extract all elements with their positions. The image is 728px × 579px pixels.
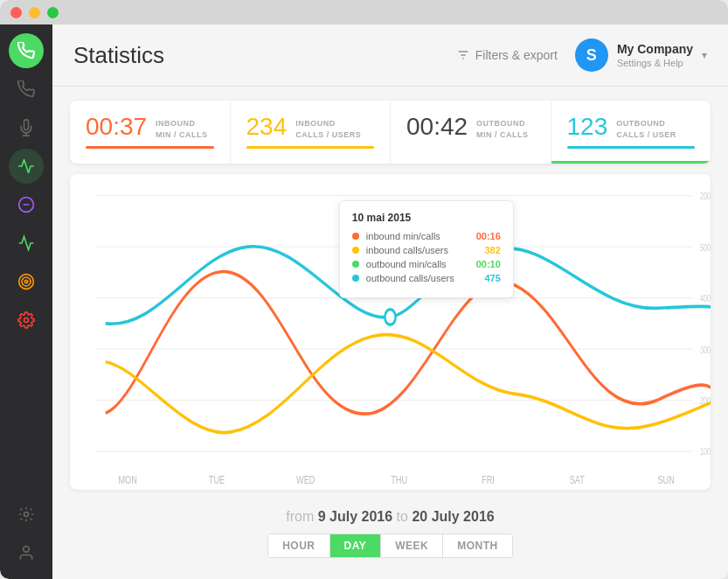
date-range-end: 20 July 2016: [412, 509, 494, 524]
svg-text:WED: WED: [296, 473, 315, 485]
stat-underline-orange: [86, 146, 214, 149]
tooltip-val-3: 00:10: [476, 259, 501, 269]
sidebar-bottom: [9, 497, 44, 570]
tab-week[interactable]: WEEK: [381, 534, 443, 557]
avatar: S: [575, 38, 608, 72]
sidebar-icon-integration[interactable]: [9, 497, 44, 532]
chevron-down-icon: ▾: [702, 49, 707, 61]
stat-card-outbound-min[interactable]: 00:42 OUTBOUNDMIN / CALLS: [391, 101, 551, 164]
page-title: Statistics: [73, 42, 456, 69]
svg-text:TUE: TUE: [209, 473, 225, 485]
svg-text:200: 200: [700, 192, 711, 202]
stat-label-inbound-calls: INBOUNDCALLS / USERS: [295, 113, 361, 140]
svg-text:THU: THU: [391, 473, 407, 485]
tab-month[interactable]: MONTH: [443, 534, 512, 557]
tooltip-label-4: outbound calls/users: [366, 273, 478, 283]
svg-text:SAT: SAT: [570, 473, 585, 485]
date-range: from 9 July 2016 to 20 July 2016: [286, 509, 494, 525]
sidebar-icon-settings[interactable]: [9, 303, 44, 338]
svg-text:400: 400: [700, 294, 711, 304]
tooltip-label-1: inbound min/calls: [366, 231, 469, 241]
company-badge[interactable]: S My Company Settings & Help ▾: [575, 38, 707, 72]
tooltip-date: 10 mai 2015: [352, 212, 501, 224]
tooltip-dot-yellow: [352, 247, 359, 254]
stat-label-inbound-min: INBOUNDMIN / CALLS: [156, 113, 208, 140]
minimize-button[interactable]: [29, 7, 40, 18]
header: Statistics Filters & export S My Company…: [52, 24, 728, 87]
svg-point-5: [22, 277, 31, 286]
tooltip-val-1: 00:16: [476, 231, 501, 241]
sidebar-icon-mic[interactable]: [9, 110, 44, 145]
filters-label: Filters & export: [475, 48, 558, 62]
svg-text:300: 300: [700, 345, 711, 355]
stat-value-outbound-calls: 123: [567, 113, 608, 141]
sidebar: [0, 24, 52, 579]
svg-point-7: [24, 318, 29, 323]
svg-point-4: [19, 275, 34, 290]
sidebar-icon-chart[interactable]: [9, 149, 44, 184]
stat-value-outbound-min: 00:42: [406, 113, 468, 141]
titlebar: [0, 0, 728, 24]
svg-text:500: 500: [700, 242, 711, 253]
stat-value-inbound-min: 00:37: [86, 113, 147, 141]
stat-card-inbound-calls[interactable]: 234 INBOUNDCALLS / USERS: [231, 101, 392, 164]
main-content: Statistics Filters & export S My Company…: [52, 24, 728, 579]
tooltip-row-4: outbound calls/users 475: [352, 273, 501, 283]
bottom-section: from 9 July 2016 to 20 July 2016 HOUR DA…: [70, 500, 711, 570]
sidebar-icon-activity[interactable]: [9, 226, 44, 261]
tooltip-dot-green: [352, 261, 359, 268]
stat-card-inbound-min[interactable]: 00:37 INBOUNDMIN / CALLS: [70, 101, 231, 164]
svg-point-8: [24, 513, 29, 517]
svg-point-9: [24, 547, 30, 553]
tooltip-dot-cyan-tt: [352, 275, 359, 282]
svg-point-6: [24, 280, 27, 283]
date-range-prefix: from: [286, 509, 317, 524]
app-window: Statistics Filters & export S My Company…: [0, 0, 728, 579]
tooltip-label-2: inbound calls/users: [366, 245, 478, 255]
app-body: Statistics Filters & export S My Company…: [0, 24, 728, 579]
tab-day[interactable]: DAY: [330, 534, 382, 557]
sidebar-icon-phone[interactable]: [9, 33, 44, 68]
svg-text:100: 100: [700, 447, 711, 457]
stat-value-inbound-calls: 234: [246, 113, 288, 141]
svg-text:SUN: SUN: [657, 473, 674, 485]
tooltip-row-3: outbound min/calls 00:10: [352, 259, 501, 269]
svg-text:MON: MON: [118, 473, 136, 485]
stat-label-outbound-calls: OUTBOUNDCALLS / USER: [616, 113, 676, 140]
company-sub: Settings & Help: [617, 57, 693, 69]
chart-tooltip: 10 mai 2015 inbound min/calls 00:16 inbo…: [339, 200, 514, 298]
period-tabs: HOUR DAY WEEK MONTH: [267, 534, 513, 558]
tooltip-row-2: inbound calls/users 382: [352, 245, 501, 255]
sidebar-icon-phone2[interactable]: [9, 72, 44, 107]
sidebar-icon-user[interactable]: [9, 535, 44, 570]
stats-area: 00:37 INBOUNDMIN / CALLS 234 INBOUNDCALL…: [52, 87, 728, 579]
avatar-letter: S: [586, 46, 597, 65]
tooltip-row-1: inbound min/calls 00:16: [352, 231, 501, 241]
company-name: My Company: [617, 41, 693, 57]
company-info: My Company Settings & Help: [617, 41, 693, 69]
stat-underline-cyan: [567, 146, 696, 149]
tooltip-dot-orange: [352, 233, 359, 240]
tooltip-val-4: 475: [485, 273, 501, 283]
tooltip-label-3: outbound min/calls: [366, 259, 469, 269]
filters-icon: [456, 48, 470, 62]
date-range-middle: to: [397, 509, 413, 524]
stat-label-outbound-min: OUTBOUNDMIN / CALLS: [476, 113, 529, 140]
stat-underline-yellow: [246, 146, 375, 149]
date-range-start: 9 July 2016: [318, 509, 392, 524]
stat-cards: 00:37 INBOUNDMIN / CALLS 234 INBOUNDCALL…: [70, 101, 711, 164]
svg-text:FRI: FRI: [482, 473, 495, 485]
tab-hour[interactable]: HOUR: [268, 534, 329, 557]
chart-container: 200 500 400 300 200 100: [70, 174, 711, 490]
filters-export-button[interactable]: Filters & export: [456, 48, 558, 62]
maximize-button[interactable]: [47, 7, 59, 18]
sidebar-icon-target[interactable]: [9, 264, 44, 299]
close-button[interactable]: [10, 7, 22, 18]
tooltip-dot-cyan: [385, 310, 395, 325]
stat-card-outbound-calls[interactable]: 123 OUTBOUNDCALLS / USER: [551, 101, 711, 164]
sidebar-icon-puzzle[interactable]: [9, 187, 44, 222]
tooltip-val-2: 382: [485, 245, 501, 255]
